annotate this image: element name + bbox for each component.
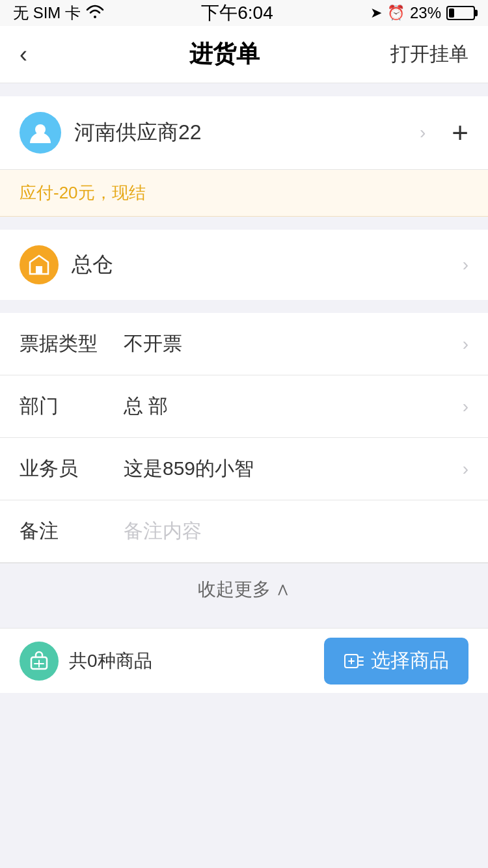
salesman-row[interactable]: 业务员 这是859的小智 › bbox=[0, 438, 488, 500]
middle-divider-2 bbox=[0, 300, 488, 313]
supplier-avatar bbox=[20, 112, 61, 154]
product-bag-icon bbox=[20, 642, 59, 681]
bottom-divider bbox=[0, 615, 488, 628]
department-value: 总 部 bbox=[111, 393, 463, 420]
warehouse-icon bbox=[20, 245, 59, 284]
add-supplier-button[interactable]: + bbox=[452, 116, 468, 149]
select-product-button[interactable]: 选择商品 bbox=[324, 638, 468, 685]
open-pending-button[interactable]: 打开挂单 bbox=[390, 41, 468, 68]
department-row[interactable]: 部门 总 部 › bbox=[0, 375, 488, 438]
wifi-icon bbox=[86, 4, 104, 22]
form-section: 票据类型 不开票 › 部门 总 部 › 业务员 这是859的小智 › 备注 备注… bbox=[0, 313, 488, 563]
battery-percent: 23% bbox=[410, 4, 441, 22]
status-left: 无 SIM 卡 bbox=[13, 3, 104, 23]
invoice-type-label: 票据类型 bbox=[20, 331, 111, 357]
page-background bbox=[0, 693, 488, 868]
nav-bar: ‹ 进货单 打开挂单 bbox=[0, 26, 488, 83]
bottom-bar: 共0种商品 选择商品 bbox=[0, 628, 488, 693]
department-label: 部门 bbox=[20, 393, 111, 420]
svg-rect-1 bbox=[36, 266, 42, 274]
alarm-icon: ⏰ bbox=[387, 5, 405, 21]
select-product-icon bbox=[344, 651, 364, 671]
supplier-row[interactable]: 河南供应商22 › + bbox=[0, 96, 488, 170]
department-chevron-icon: › bbox=[463, 396, 468, 417]
warehouse-chevron-icon: › bbox=[463, 254, 468, 275]
remark-label: 备注 bbox=[20, 518, 111, 545]
back-button[interactable]: ‹ bbox=[20, 41, 59, 68]
supplier-name: 河南供应商22 bbox=[74, 118, 420, 147]
middle-divider-1 bbox=[0, 217, 488, 230]
warehouse-name: 总仓 bbox=[72, 251, 463, 279]
product-count-label: 共0种商品 bbox=[69, 649, 152, 673]
supplier-section: 河南供应商22 › + 应付-20元，现结 bbox=[0, 96, 488, 217]
time-label: 下午6:04 bbox=[201, 1, 273, 25]
salesman-chevron-icon: › bbox=[463, 459, 468, 480]
carrier-label: 无 SIM 卡 bbox=[13, 3, 81, 23]
status-right: ➤ ⏰ 23% bbox=[370, 4, 475, 22]
salesman-label: 业务员 bbox=[20, 455, 111, 482]
notice-bar: 应付-20元，现结 bbox=[0, 170, 488, 217]
warehouse-row[interactable]: 总仓 › bbox=[0, 230, 488, 300]
invoice-type-chevron-icon: › bbox=[463, 334, 468, 355]
warehouse-section[interactable]: 总仓 › bbox=[0, 230, 488, 300]
top-divider bbox=[0, 83, 488, 96]
invoice-type-row[interactable]: 票据类型 不开票 › bbox=[0, 313, 488, 375]
remark-placeholder: 备注内容 bbox=[111, 518, 468, 545]
select-product-label: 选择商品 bbox=[371, 647, 449, 674]
invoice-type-value: 不开票 bbox=[111, 331, 463, 357]
page-title: 进货单 bbox=[189, 38, 260, 70]
remark-row[interactable]: 备注 备注内容 bbox=[0, 500, 488, 563]
product-count-area: 共0种商品 bbox=[20, 642, 152, 681]
salesman-value: 这是859的小智 bbox=[111, 455, 463, 482]
battery-icon bbox=[446, 6, 475, 20]
supplier-chevron-icon: › bbox=[420, 122, 426, 143]
location-icon: ➤ bbox=[370, 5, 382, 21]
collapse-button[interactable]: 收起更多 ∧ bbox=[0, 563, 488, 615]
status-bar: 无 SIM 卡 下午6:04 ➤ ⏰ 23% bbox=[0, 0, 488, 26]
